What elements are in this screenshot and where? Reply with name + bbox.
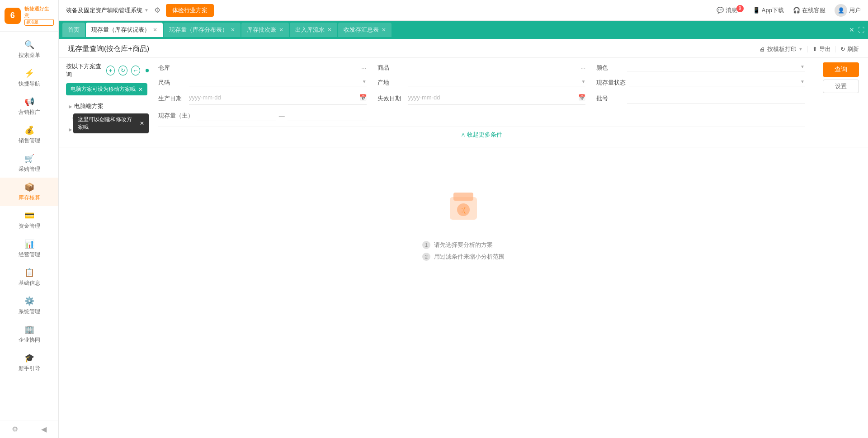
production-date-label: 生产日期 — [158, 94, 185, 103]
expiry-date-calendar-icon[interactable]: 📅 — [578, 94, 585, 101]
logo-icon: 6 — [5, 8, 21, 24]
empty-icon: :( — [441, 184, 486, 230]
tab-inventory-dist-close[interactable]: ✕ — [231, 27, 235, 33]
filter-row4: 现存量（主） — — [158, 110, 805, 121]
tab-close-all-icon[interactable]: ✕ — [849, 26, 854, 33]
logo-title: 畅捷通好生意 — [24, 5, 54, 19]
header-left: 装备及固定资产辅助管理系统 ▼ ⚙ 体验行业方案 — [66, 4, 214, 17]
expiry-date-wrap: 📅 — [408, 92, 586, 105]
collapse-button[interactable]: ∧ 收起更多条件 — [158, 127, 805, 142]
enterprise-icon: 🏢 — [24, 325, 34, 334]
tab-inout-close[interactable]: ✕ — [327, 27, 332, 33]
header-right: 💬 消息 9 📱 App下载 🎧 在线客服 👤 用户 — [717, 4, 861, 17]
tab-inout[interactable]: 出入库流水 ✕ — [290, 23, 337, 37]
origin-select-wrap[interactable]: ▼ — [408, 79, 586, 86]
collapse-sidebar-icon[interactable]: ◀ — [41, 425, 47, 433]
search-button[interactable]: 查询 — [823, 62, 859, 77]
guide-icon: 🎓 — [24, 353, 34, 363]
warehouse-more-icon[interactable]: ··· — [361, 64, 367, 71]
sidebar-item-quick[interactable]: ⚡ 快捷导航 — [0, 64, 58, 92]
filter-field-warehouse: 仓库 ··· — [158, 62, 367, 73]
expiry-date-label: 失效日期 — [377, 94, 405, 103]
settings-bottom-icon[interactable]: ⚙ — [12, 425, 18, 433]
expiry-date-input[interactable] — [408, 92, 577, 103]
online-service-label: 在线客服 — [802, 6, 826, 14]
stock-status-select-wrap[interactable]: ▼ — [629, 79, 805, 86]
sidebar-item-marketing[interactable]: 📢 营销推广 — [0, 92, 58, 121]
sidebar-item-label: 采购管理 — [19, 165, 40, 173]
goods-more-icon[interactable]: ··· — [580, 64, 586, 71]
refresh-scheme-button[interactable]: ↻ — [118, 66, 127, 75]
stock-main-max[interactable] — [288, 110, 367, 121]
batch-input[interactable] — [627, 93, 805, 104]
service-icon: 🎧 — [793, 7, 800, 14]
print-button[interactable]: 🖨 按模板打印 ▼ — [760, 45, 803, 53]
tab-collect-label: 收发存汇总表 — [344, 26, 379, 34]
online-service-button[interactable]: 🎧 在线客服 — [793, 6, 826, 14]
scheme-tooltip1-close[interactable]: ✕ — [138, 86, 143, 93]
reset-button[interactable]: 设置 — [823, 80, 859, 93]
inventory-icon: 📦 — [24, 182, 34, 192]
export-button[interactable]: ⬆ 导出 — [812, 45, 831, 53]
tab-inventory-dist[interactable]: 现存量（库存分布表） ✕ — [164, 23, 241, 37]
user-button[interactable]: 👤 用户 — [835, 4, 861, 17]
sidebar-item-label: 搜索菜单 — [19, 52, 40, 59]
page-actions: 🖨 按模板打印 ▼ ⬆ 导出 ↻ 刷新 — [760, 45, 859, 53]
finance-icon: 💳 — [24, 211, 34, 221]
tab-inventory-status-label: 现存量（库存状况表） — [91, 26, 150, 34]
page-title-bar: 现存量查询(按仓库+商品) 🖨 按模板打印 ▼ ⬆ 导出 ↻ — [59, 39, 868, 58]
export-label: 导出 — [819, 45, 831, 53]
sidebar-item-purchase[interactable]: 🛒 采购管理 — [0, 149, 58, 178]
page-inner: 现存量查询(按仓库+商品) 🖨 按模板打印 ▼ ⬆ 导出 ↻ — [59, 39, 868, 438]
scheme-tooltip1: 电脑方案可设为移动方案哦 ✕ — [66, 83, 147, 95]
scheme-tooltip2-close[interactable]: ✕ — [140, 120, 144, 127]
add-scheme-button[interactable]: + — [106, 66, 115, 75]
tab-home[interactable]: 首页 — [62, 23, 85, 37]
sidebar-item-finance[interactable]: 💳 资金管理 — [0, 206, 58, 235]
production-date-calendar-icon[interactable]: 📅 — [359, 94, 367, 101]
app-download-button[interactable]: 📱 App下载 — [753, 6, 784, 14]
message-button[interactable]: 💬 消息 9 — [717, 6, 744, 14]
tab-inventory-status-close[interactable]: ✕ — [153, 27, 157, 33]
sidebar-item-sales[interactable]: 💰 销售管理 — [0, 121, 58, 149]
stock-main-min[interactable] — [197, 110, 276, 121]
tab-batch[interactable]: 库存批次账 ✕ — [241, 23, 289, 37]
color-select-wrap[interactable]: ▼ — [627, 64, 805, 71]
industry-button[interactable]: 体验行业方案 — [166, 4, 214, 17]
tab-collect[interactable]: 收发存汇总表 ✕ — [338, 23, 392, 37]
quick-icon: ⚡ — [24, 68, 34, 78]
stock-main-range: — — [197, 110, 367, 121]
sales-icon: 💰 — [24, 125, 34, 135]
sidebar-item-operations[interactable]: 📊 经营管理 — [0, 235, 58, 263]
sidebar-item-inventory[interactable]: 📦 库存核算 — [0, 178, 58, 206]
sidebar-item-system[interactable]: ⚙️ 系统管理 — [0, 292, 58, 320]
gear-button[interactable]: ⚙ — [154, 6, 160, 14]
tab-collect-close[interactable]: ✕ — [382, 27, 386, 33]
sidebar-item-label: 基础信息 — [19, 279, 40, 287]
sidebar-item-label: 企业协同 — [19, 336, 40, 344]
filter-field-origin: 产地 ▼ — [377, 79, 586, 87]
tip2-num: 2 — [422, 253, 430, 261]
filter-label: 按以下方案查询 — [66, 62, 103, 79]
tab-fullscreen-icon[interactable]: ⛶ — [858, 26, 864, 33]
sidebar-item-basic[interactable]: 📋 基础信息 — [0, 263, 58, 292]
back-button[interactable]: ← — [131, 66, 140, 75]
message-label: 消息 — [726, 6, 737, 14]
goods-input[interactable] — [408, 62, 579, 73]
sidebar-item-enterprise[interactable]: 🏢 企业协同 — [0, 320, 58, 349]
tab-inventory-status[interactable]: 现存量（库存状况表） ✕ — [86, 23, 163, 37]
system-name-dropdown[interactable]: 装备及固定资产辅助管理系统 ▼ — [66, 6, 149, 14]
sidebar-item-guide[interactable]: 🎓 新手引导 — [0, 349, 58, 377]
tree-item-pc[interactable]: ▶ 电脑端方案 — [66, 101, 149, 112]
filter-content-area: 按以下方案查询 + ↻ ← 电脑方案可设为移动方案哦 ✕ — [59, 58, 868, 147]
production-date-input[interactable] — [189, 92, 358, 103]
tree-item-pc-label: 电脑端方案 — [74, 102, 104, 110]
print-label: 按模板打印 — [767, 45, 797, 53]
refresh-button[interactable]: ↻ 刷新 — [840, 45, 859, 53]
sidebar-item-search[interactable]: 🔍 搜索菜单 — [0, 35, 58, 64]
warehouse-input[interactable] — [189, 62, 359, 73]
size-select-wrap[interactable]: ▼ — [189, 79, 367, 86]
tab-batch-close[interactable]: ✕ — [279, 27, 283, 33]
tree-arrow-icon: ▶ — [69, 104, 72, 109]
size-dropdown-icon: ▼ — [362, 79, 367, 84]
